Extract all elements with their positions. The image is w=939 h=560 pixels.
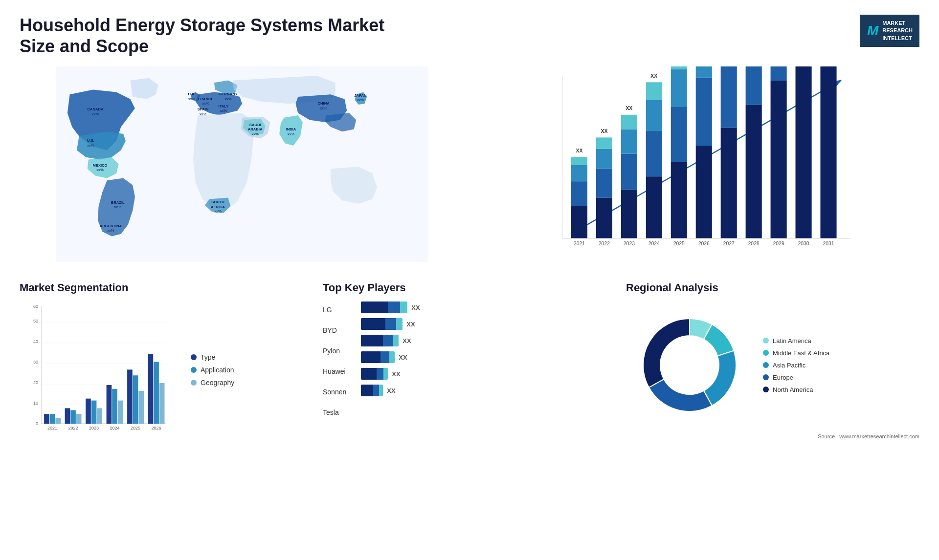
svg-text:xx%: xx% — [107, 228, 114, 233]
svg-rect-42 — [596, 169, 612, 198]
bottom-section: Market Segmentation 0 10 20 30 40 50 60 — [20, 281, 919, 439]
key-players-section: Top Key Players LGBYDPylonHuaweiSonnenTe… — [323, 281, 616, 439]
bar-segment — [373, 385, 379, 396]
svg-text:30: 30 — [33, 360, 38, 365]
bar-track-lg — [361, 302, 407, 313]
svg-rect-118 — [50, 414, 55, 424]
bar-segment — [383, 335, 393, 346]
bar-segment — [361, 302, 388, 313]
svg-text:2025: 2025 — [673, 241, 685, 246]
bar-segment — [379, 385, 383, 396]
legend-application-label: Application — [201, 366, 234, 374]
svg-rect-37 — [571, 206, 587, 238]
world-map: CANADA xx% U.S. xx% MEXICO xx% BRAZIL xx… — [20, 66, 465, 262]
segmentation-title: Market Segmentation — [20, 281, 313, 294]
map-section: CANADA xx% U.S. xx% MEXICO xx% BRAZIL xx… — [20, 66, 465, 267]
svg-rect-126 — [91, 401, 97, 424]
svg-text:2023: 2023 — [89, 426, 99, 431]
svg-text:2024: 2024 — [110, 426, 120, 431]
svg-rect-139 — [159, 383, 165, 424]
svg-text:10: 10 — [33, 401, 38, 406]
svg-text:ITALY: ITALY — [219, 104, 229, 108]
bar-segment — [361, 351, 380, 363]
logo-line2: RESEARCH — [882, 27, 913, 34]
svg-rect-45 — [621, 190, 637, 238]
growth-chart-svg: XX2021XX2022XX2023XX2024XX2025XX2026XX20… — [474, 66, 919, 252]
svg-rect-44 — [596, 138, 612, 149]
svg-rect-119 — [55, 418, 61, 424]
svg-text:U.K.: U.K. — [188, 92, 196, 96]
svg-rect-43 — [596, 149, 612, 169]
svg-text:2021: 2021 — [47, 426, 57, 431]
regional-label-2: Asia Pacific — [773, 362, 805, 369]
svg-rect-127 — [97, 409, 102, 424]
svg-text:AFRICA: AFRICA — [211, 205, 225, 209]
svg-text:xx%: xx% — [87, 143, 94, 148]
bar-segment — [377, 368, 383, 380]
svg-text:INDIA: INDIA — [286, 128, 296, 132]
svg-text:XX: XX — [650, 73, 657, 79]
svg-text:xx%: xx% — [224, 97, 232, 101]
svg-text:XX: XX — [601, 129, 607, 134]
bar-segment — [389, 351, 395, 363]
regional-legend-item-1: Middle East & Africa — [763, 349, 829, 357]
svg-rect-123 — [76, 414, 82, 424]
regional-legend-item-2: Asia Pacific — [763, 362, 829, 369]
bar-label: XX — [399, 354, 407, 361]
regional-label-3: Europe — [773, 374, 793, 381]
regional-label-0: Latin America — [773, 337, 811, 345]
bar-track-tesla — [361, 385, 383, 396]
svg-text:2023: 2023 — [624, 241, 635, 246]
top-section: CANADA xx% U.S. xx% MEXICO xx% BRAZIL xx… — [20, 66, 919, 267]
svg-rect-55 — [671, 69, 687, 107]
svg-text:xx%: xx% — [320, 106, 327, 110]
svg-rect-62 — [721, 66, 737, 128]
regional-label-1: Middle East & Africa — [773, 349, 829, 357]
svg-rect-50 — [646, 131, 662, 176]
bar-track-byd — [361, 318, 402, 330]
svg-rect-61 — [721, 128, 737, 238]
svg-text:2024: 2024 — [648, 241, 660, 246]
page-title: Household Energy Storage Systems Market … — [20, 15, 411, 57]
svg-text:SAUDI: SAUDI — [249, 123, 261, 127]
svg-text:2022: 2022 — [599, 241, 610, 246]
bar-segment — [396, 318, 402, 330]
bar-label: XX — [387, 387, 395, 394]
regional-dot-3 — [763, 374, 769, 380]
svg-rect-66 — [746, 66, 762, 105]
bar-segment — [393, 335, 399, 346]
svg-text:XX: XX — [576, 148, 583, 153]
segmentation-chart-area: 0 10 20 30 40 50 60 20212022202320242025… — [20, 302, 313, 438]
svg-rect-41 — [596, 198, 612, 238]
svg-text:2025: 2025 — [131, 426, 140, 431]
svg-text:2031: 2031 — [823, 241, 834, 246]
bar-label: XX — [392, 370, 400, 378]
svg-rect-54 — [671, 107, 687, 162]
svg-rect-125 — [86, 399, 91, 424]
svg-text:ARGENTINA: ARGENTINA — [100, 224, 122, 228]
svg-point-141 — [660, 336, 719, 394]
bar-label: XX — [411, 304, 420, 311]
bar-track-sonnen — [361, 368, 388, 380]
donut-chart — [626, 302, 753, 429]
source-text: Source : www.marketresearchintellect.com — [626, 433, 919, 439]
player-bars-col: XXXXXXXXXXXX — [361, 302, 616, 396]
svg-rect-130 — [112, 389, 117, 424]
svg-rect-53 — [671, 162, 687, 238]
player-name-byd: BYD — [323, 324, 346, 336]
svg-text:CANADA: CANADA — [88, 108, 104, 112]
svg-rect-52 — [646, 83, 662, 101]
svg-text:2022: 2022 — [68, 426, 78, 431]
legend-application: Application — [191, 366, 234, 374]
seg-chart-svg-wrap: 0 10 20 30 40 50 60 20212022202320242025… — [20, 302, 176, 438]
logo-text: MARKET RESEARCH INTELLECT — [882, 20, 913, 42]
svg-rect-121 — [65, 409, 70, 424]
svg-rect-77 — [820, 66, 836, 238]
player-bar-pylon: XX — [361, 335, 616, 346]
svg-text:BRAZIL: BRAZIL — [111, 200, 125, 205]
svg-rect-57 — [696, 146, 712, 238]
svg-text:60: 60 — [33, 304, 38, 309]
logo-letter: M — [867, 21, 878, 40]
player-bar-lg: XX — [361, 302, 616, 313]
player-name-sonnen: Sonnen — [323, 386, 346, 398]
